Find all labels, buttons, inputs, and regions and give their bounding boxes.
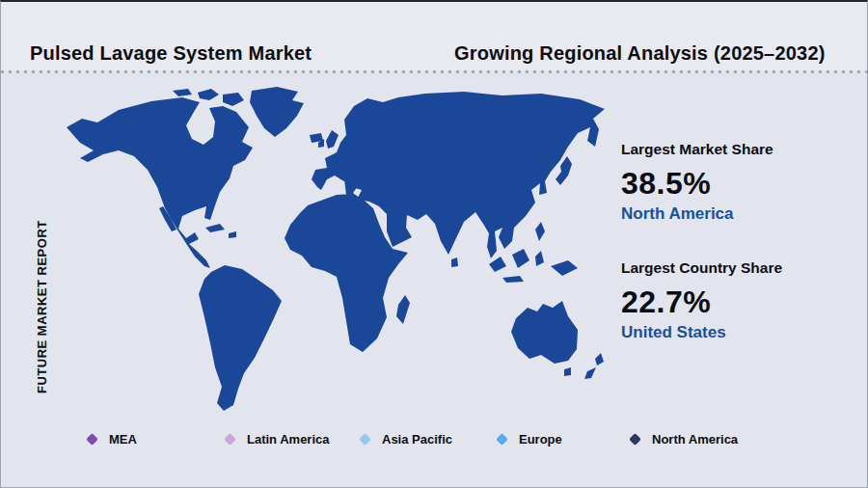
legend-item-asia-pacific: Asia Pacific [361,432,452,447]
diamond-marker-icon [359,433,371,446]
stat-label: Largest Country Share [621,259,862,277]
stats-panel: Largest Market Share 38.5% North America… [621,141,862,378]
page-title: Pulsed Lavage System Market [30,42,312,65]
stat-label: Largest Market Share [621,141,862,158]
map-legend: MEA Latin America Asia Pacific Europe No… [1,432,867,451]
diamond-marker-icon [629,433,641,446]
diamond-marker-icon [496,433,508,446]
legend-item-north-america: North America [631,432,738,447]
stat-value: 22.7% [621,285,862,319]
world-map-image [59,87,618,419]
stat-value: 38.5% [621,167,862,201]
world-map-landmasses [67,87,605,411]
legend-label: Asia Pacific [382,432,452,447]
brand-watermark: FUTURE MARKET REPORT [35,222,51,393]
stat-market-share: Largest Market Share 38.5% North America [621,141,862,224]
legend-label: Latin America [247,432,330,447]
legend-label: MEA [109,432,137,447]
legend-label: Europe [519,432,562,447]
stat-region: North America [621,204,862,224]
diamond-marker-icon [86,433,98,446]
page-subtitle: Growing Regional Analysis (2025–2032) [454,42,826,65]
stat-country-share: Largest Country Share 22.7% United State… [621,259,862,342]
legend-item-mea: MEA [88,432,137,447]
legend-label: North America [652,432,738,447]
stat-region: United States [621,323,862,342]
dotted-divider [1,70,867,73]
legend-item-latin-america: Latin America [226,432,330,447]
diamond-marker-icon [224,433,236,446]
legend-item-europe: Europe [498,432,562,447]
infographic-frame: Pulsed Lavage System Market Growing Regi… [0,0,868,488]
